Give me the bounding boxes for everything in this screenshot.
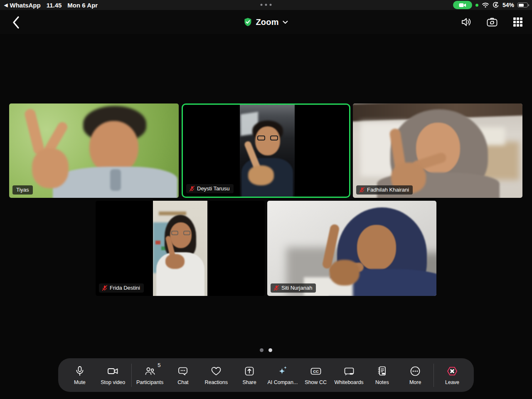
meeting-title-dropdown[interactable]: Zoom [244,10,288,34]
toolbar-label: Show CC [305,379,327,385]
rotation-lock-icon [493,2,499,8]
ai-companion-sparkle-icon [276,365,289,377]
ai-companion-button[interactable]: AI Compan... [266,362,299,389]
participant-name-tag: Fadhilah Khairani [356,185,413,195]
svg-text:CC: CC [313,369,319,374]
battery-icon [517,2,528,7]
chat-bubble-icon [177,365,189,377]
participant-name-tag: Siti Nurjanah [271,283,316,293]
back-chevron-icon [12,16,20,29]
camera-in-use-pill [453,1,472,9]
toolbar-divider [433,364,434,387]
nav-bar: Zoom [0,10,532,34]
muted-mic-icon [273,285,279,291]
toolbar-label: Whiteboards [334,379,363,385]
status-time: 11.45 [47,2,62,9]
participant-name-tag: Tiyas [12,185,33,195]
status-bar: ◀ WhatsApp 11.45 Mon 6 Apr [0,0,532,10]
toolbar-label: AI Compan... [267,379,298,385]
speaker-button[interactable] [460,15,473,29]
meeting-toolbar: Mute Stop video 5 Part [58,358,474,392]
video-feed [183,105,349,197]
participants-count-badge: 5 [158,362,160,368]
stop-video-button[interactable]: Stop video [96,362,130,389]
mic-in-use-dot [475,4,478,7]
participant-name: Frida Destini [110,285,140,291]
toolbar-label: Participants [136,379,163,385]
back-button[interactable] [9,15,23,30]
page-dot-2-active[interactable] [268,348,272,352]
switch-camera-button[interactable] [485,15,499,29]
status-date: Mon 6 Apr [67,2,98,9]
back-to-whatsapp-button[interactable]: ◀ WhatsApp [4,2,41,9]
video-tile-fadhilah[interactable]: Fadhilah Khairani [353,103,522,198]
share-button[interactable]: Share [233,362,266,389]
participant-name-tag: Deysti Tarusu [186,184,234,193]
notes-icon [376,365,388,377]
muted-mic-icon [102,285,108,291]
apps-grid-button[interactable] [511,15,525,29]
show-cc-button[interactable]: CC Show CC [299,362,332,389]
back-app-label: WhatsApp [10,2,40,9]
toolbar-label: More [409,379,421,385]
gallery-page-indicator [0,348,532,352]
participant-name: Deysti Tarusu [197,185,230,192]
participant-name: Tiyas [16,187,29,193]
whiteboard-icon [343,365,355,377]
muted-mic-icon [189,186,195,192]
closed-captions-icon: CC [310,365,322,377]
toolbar-label: Leave [445,379,459,385]
toolbar-label: Reactions [204,379,228,385]
microphone-icon [74,365,86,377]
more-button[interactable]: More [399,362,432,389]
participant-name: Siti Nurjanah [281,285,312,291]
leave-hexagon-icon [446,365,458,377]
chat-button[interactable]: Chat [166,362,200,389]
video-tile-siti[interactable]: Siti Nurjanah [267,201,436,296]
participant-name: Fadhilah Khairani [367,187,409,193]
zoom-meeting-screen: ◀ WhatsApp 11.45 Mon 6 Apr [0,0,532,399]
back-triangle-icon: ◀ [4,2,7,7]
notes-button[interactable]: Notes [365,362,399,389]
toolbar-label: Chat [177,379,188,385]
toolbar-label: Mute [74,379,86,385]
participants-button[interactable]: 5 Participants [133,362,167,389]
reactions-button[interactable]: Reactions [200,362,233,389]
muted-mic-icon [359,187,365,193]
dropdown-chevron-icon [283,20,288,24]
video-feed [353,103,522,198]
heart-icon [210,365,222,377]
speaker-icon [461,17,472,27]
multitask-indicator-dots [261,4,272,6]
whiteboards-button[interactable]: Whiteboards [332,362,366,389]
video-feed [9,103,179,198]
toolbar-divider [131,364,132,387]
share-up-arrow-icon [243,365,256,377]
toolbar-label: Notes [375,379,389,385]
apps-grid-icon [512,17,523,27]
meeting-title: Zoom [256,17,278,27]
page-dot-1[interactable] [260,348,264,352]
wifi-icon [482,2,489,8]
more-ellipsis-icon [409,365,421,377]
mute-button[interactable]: Mute [63,362,96,389]
video-tile-frida[interactable]: Frida Destini [96,201,265,296]
toolbar-label: Stop video [101,379,125,385]
participant-name-tag: Frida Destini [99,283,144,293]
video-feed [267,201,436,296]
video-camera-icon [107,365,119,377]
leave-button[interactable]: Leave [436,362,469,389]
toolbar-label: Share [242,379,256,385]
encryption-shield-icon [244,17,252,27]
participants-icon: 5 [144,365,156,377]
battery-percent: 54% [502,2,514,8]
camera-glyph-icon [459,3,466,7]
video-tile-tiyas[interactable]: Tiyas [9,103,179,198]
video-tile-deysti-active-speaker[interactable]: Deysti Tarusu [182,103,350,198]
switch-camera-icon [486,17,498,27]
video-feed [96,201,265,296]
